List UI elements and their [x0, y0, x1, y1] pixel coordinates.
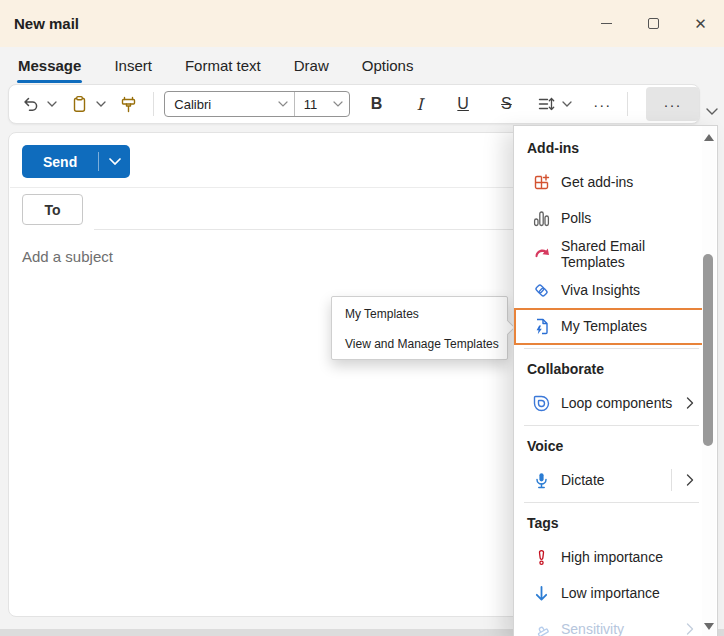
dictate-options-button[interactable]: [686, 474, 694, 486]
chevron-right-icon: [686, 623, 694, 635]
section-divider: [524, 348, 699, 349]
addins-panel: Add-ins Get add-ins Polls Shared Email T…: [513, 125, 718, 636]
panel-item-label: Shared Email Templates: [561, 238, 694, 270]
to-button[interactable]: To: [22, 194, 83, 225]
scrollbar-thumb[interactable]: [703, 254, 713, 446]
shared-email-templates-icon: [531, 244, 551, 264]
ribbon-toolbar: Calibri 11 B I U S ··· ···: [8, 84, 700, 124]
panel-item-label: High importance: [561, 549, 663, 565]
line-spacing-icon: [537, 95, 555, 113]
tab-insert[interactable]: Insert: [113, 55, 153, 76]
panel-item-my-templates[interactable]: My Templates: [514, 308, 702, 344]
tab-options[interactable]: Options: [361, 55, 415, 76]
font-name-select[interactable]: Calibri: [165, 92, 294, 116]
font-size-value: 11: [304, 97, 333, 112]
section-header-add-ins: Add-ins: [514, 132, 717, 164]
section-divider: [524, 502, 699, 503]
high-importance-icon: [531, 547, 551, 567]
panel-item-label: Low importance: [561, 585, 660, 601]
minimize-icon: [601, 23, 612, 24]
low-importance-icon: [531, 583, 551, 603]
scroll-up-icon[interactable]: [704, 134, 714, 141]
panel-item-polls[interactable]: Polls: [514, 200, 702, 236]
get-add-ins-icon: [531, 172, 551, 192]
chevron-right-icon: [686, 397, 694, 409]
panel-item-shared-email-templates[interactable]: Shared Email Templates: [514, 236, 702, 272]
close-icon: ✕: [694, 15, 707, 33]
tab-draw[interactable]: Draw: [293, 55, 330, 76]
more-formatting-button[interactable]: ···: [588, 89, 617, 119]
bold-button[interactable]: B: [360, 89, 393, 119]
panel-item-get-add-ins[interactable]: Get add-ins: [514, 164, 702, 200]
window-title: New mail: [14, 15, 79, 32]
menu-item-my-templates[interactable]: My Templates: [332, 299, 507, 329]
section-header-tags: Tags: [514, 507, 717, 539]
format-painter-icon: [119, 95, 138, 114]
underline-button[interactable]: U: [446, 89, 479, 119]
undo-dropdown-button[interactable]: [47, 101, 57, 107]
line-spacing-button[interactable]: [533, 89, 559, 119]
panel-item-label: Get add-ins: [561, 174, 633, 190]
close-button[interactable]: ✕: [677, 0, 724, 47]
window-controls: ✕: [583, 0, 724, 47]
section-header-collaborate: Collaborate: [514, 353, 717, 385]
panel-item-label: My Templates: [561, 318, 647, 334]
more-options-button[interactable]: ···: [646, 87, 699, 121]
section-divider: [524, 425, 699, 426]
ribbon-tab-row: Message Insert Format text Draw Options: [0, 47, 724, 84]
maximize-button[interactable]: [630, 0, 677, 47]
tab-format-text[interactable]: Format text: [184, 55, 262, 76]
viva-insights-icon: [531, 280, 551, 300]
paste-button[interactable]: [65, 89, 92, 119]
undo-button[interactable]: [17, 89, 44, 119]
chevron-down-icon: [47, 101, 57, 107]
maximize-icon: [648, 18, 659, 29]
menu-item-view-and-manage-templates[interactable]: View and Manage Templates: [332, 329, 507, 359]
panel-item-dictate[interactable]: Dictate: [514, 462, 702, 498]
split-divider: [671, 469, 672, 491]
paste-dropdown-button[interactable]: [96, 101, 106, 107]
panel-item-high-importance[interactable]: High importance: [514, 539, 702, 575]
panel-item-label: Polls: [561, 210, 591, 226]
my-templates-dropdown: My Templates View and Manage Templates: [331, 296, 508, 360]
panel-item-label: Sensitivity: [561, 621, 624, 636]
send-button[interactable]: Send: [22, 145, 98, 178]
panel-item-loop-components[interactable]: Loop components: [514, 385, 702, 421]
send-options-button[interactable]: [99, 145, 130, 178]
my-templates-icon: [531, 316, 551, 336]
font-controls: Calibri 11: [164, 91, 349, 117]
toolbar-separator: [627, 92, 628, 116]
chevron-down-icon: [333, 101, 343, 107]
strikethrough-button[interactable]: S: [490, 89, 523, 119]
panel-item-viva-insights[interactable]: Viva Insights: [514, 272, 702, 308]
font-size-select[interactable]: 11: [295, 92, 349, 116]
chevron-down-icon: [96, 101, 106, 107]
minimize-button[interactable]: [583, 0, 630, 47]
panel-item-label: Loop components: [561, 395, 672, 411]
subject-input[interactable]: Add a subject: [22, 248, 113, 265]
panel-scrollbar[interactable]: [702, 126, 716, 636]
line-spacing-dropdown-button[interactable]: [562, 101, 572, 107]
chevron-down-icon: [109, 158, 121, 165]
panel-item-low-importance[interactable]: Low importance: [514, 575, 702, 611]
italic-button[interactable]: I: [403, 89, 436, 119]
dictate-icon: [531, 470, 551, 490]
font-name-value: Calibri: [174, 97, 277, 112]
chevron-down-icon: [278, 101, 288, 107]
titlebar: New mail ✕: [0, 0, 724, 47]
tab-message[interactable]: Message: [17, 55, 82, 76]
undo-icon: [21, 95, 40, 114]
section-header-voice: Voice: [514, 430, 717, 462]
polls-icon: [531, 208, 551, 228]
loop-components-icon: [531, 393, 551, 413]
scroll-down-icon[interactable]: [704, 623, 714, 630]
ribbon-collapse-button[interactable]: [701, 99, 722, 123]
sensitivity-icon: [531, 619, 551, 636]
panel-item-sensitivity[interactable]: Sensitivity: [514, 611, 702, 636]
panel-item-label: Dictate: [561, 472, 605, 488]
chevron-down-icon: [562, 101, 572, 107]
toolbar-separator: [153, 92, 154, 116]
clipboard-paste-icon: [70, 95, 89, 114]
format-painter-button[interactable]: [114, 89, 143, 119]
chevron-right-icon: [686, 474, 694, 486]
